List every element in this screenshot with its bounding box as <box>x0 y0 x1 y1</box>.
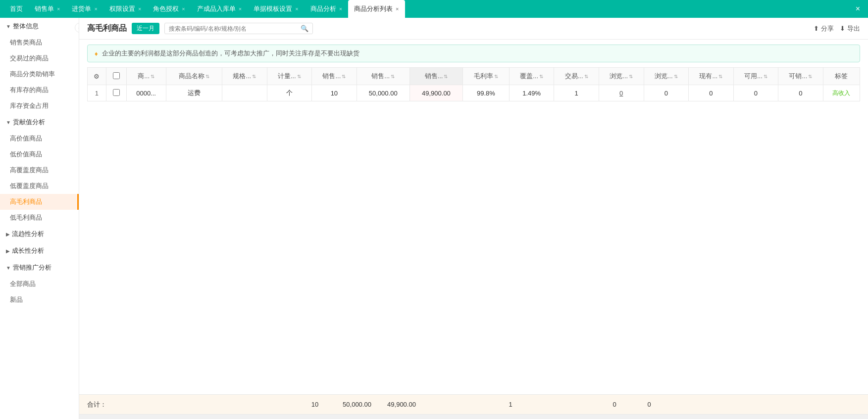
sidebar-item-high-coverage[interactable]: 高覆盖度商品 <box>0 162 79 178</box>
cell-browse2: 0 <box>644 85 689 101</box>
sidebar-section-marketing[interactable]: ▼ 营销推广分析 <box>0 259 79 276</box>
close-icon[interactable]: × <box>339 6 342 12</box>
row-checkbox[interactable] <box>113 89 120 96</box>
close-icon[interactable]: × <box>57 6 60 12</box>
col-tag: 标签 <box>823 68 860 85</box>
footer-stock1: 0 <box>597 399 632 410</box>
col-name[interactable]: 商品名称⇅ <box>166 68 222 85</box>
cell-name: 运费 <box>166 85 222 101</box>
footer-sales1: 10 <box>295 399 335 410</box>
cell-spec <box>222 85 267 101</box>
nav-template-settings[interactable]: 单据模板设置 × <box>248 0 304 18</box>
sidebar-section-growth[interactable]: ▶ 成长性分析 <box>0 242 79 259</box>
product-table: ⚙ 商...⇅ 商品名称⇅ 规格...⇅ 计量...⇅ 销售...⇅ 销售...… <box>87 67 860 101</box>
nav-home[interactable]: 首页 <box>4 0 29 18</box>
sidebar-item-stock-capital[interactable]: 库存资金占用 <box>0 98 79 114</box>
sidebar-item-traded-products[interactable]: 交易过的商品 <box>0 50 79 66</box>
col-trade[interactable]: 交易...⇅ <box>554 68 599 85</box>
sort-icon: ⇅ <box>539 74 543 79</box>
sort-icon: ⇅ <box>297 74 301 79</box>
nav-product-inbound[interactable]: 产成品入库单 × <box>191 0 248 18</box>
sidebar-item-new-products[interactable]: 新品 <box>0 292 79 308</box>
table-footer: 合计： 10 50,000.00 49,900.00 1 0 0 <box>79 394 868 414</box>
search-box[interactable]: 🔍 <box>164 23 313 34</box>
col-sales1[interactable]: 销售...⇅ <box>312 68 357 85</box>
table-row[interactable]: 1 0000... 运费 个 10 50,000.00 49,900.00 99… <box>88 85 860 101</box>
cell-num: 1 <box>88 85 106 101</box>
horizontal-scrollbar[interactable] <box>79 414 868 419</box>
time-filter-button[interactable]: 近一月 <box>132 23 159 34</box>
col-browse2[interactable]: 浏览...⇅ <box>644 68 689 85</box>
search-input[interactable] <box>169 25 301 32</box>
sidebar-item-all-products[interactable]: 全部商品 <box>0 276 79 292</box>
col-code[interactable]: 商...⇅ <box>126 68 166 85</box>
cell-stock2: 0 <box>733 85 778 101</box>
sidebar-item-low-value[interactable]: 低价值商品 <box>0 146 79 162</box>
cell-browse1[interactable]: 0 <box>599 85 644 101</box>
footer-sales2: 50,000.00 <box>335 399 379 410</box>
footer-trade: 1 <box>493 399 528 410</box>
col-sales3[interactable]: 销售...⇅ <box>409 68 462 85</box>
collapse-arrow-icon: ▼ <box>6 24 11 29</box>
sort-icon: ⇅ <box>342 74 346 79</box>
share-button[interactable]: ⬆ 分享 <box>814 24 834 33</box>
sidebar-item-low-margin[interactable]: 低毛利商品 <box>0 210 79 226</box>
sidebar-section-contribution[interactable]: ▼ 贡献值分析 <box>0 114 79 131</box>
close-icon[interactable]: × <box>182 6 185 12</box>
sidebar-section-overview[interactable]: ▼ 整体信息 <box>0 18 79 35</box>
export-icon: ⬇ <box>840 25 845 32</box>
col-coverage[interactable]: 覆盖...⇅ <box>509 68 554 85</box>
cell-stock3: 0 <box>778 85 823 101</box>
sidebar: « ▼ 整体信息 销售类商品 交易过的商品 商品分类助销率 有库存的商品 库存资… <box>0 18 79 419</box>
close-icon[interactable]: × <box>138 6 141 12</box>
col-settings[interactable]: ⚙ <box>88 68 106 85</box>
col-sales2[interactable]: 销售...⇅ <box>357 68 409 85</box>
nav-sales-order[interactable]: 销售单 × <box>29 0 66 18</box>
sidebar-item-category-assist-rate[interactable]: 商品分类助销率 <box>0 66 79 82</box>
sidebar-item-in-stock-products[interactable]: 有库存的商品 <box>0 82 79 98</box>
nav-permission-settings[interactable]: 权限设置 × <box>103 0 147 18</box>
nav-purchase-order[interactable]: 进货单 × <box>66 0 103 18</box>
col-unit[interactable]: 计量...⇅ <box>267 68 312 85</box>
nav-product-analysis-list[interactable]: 商品分析列表 × <box>348 0 405 18</box>
cell-unit: 个 <box>267 85 312 101</box>
search-icon[interactable]: 🔍 <box>301 25 308 32</box>
close-icon[interactable]: × <box>94 6 97 12</box>
sort-icon: ⇅ <box>494 74 498 79</box>
info-icon: ♦ <box>95 50 98 57</box>
col-stock3[interactable]: 可销...⇅ <box>778 68 823 85</box>
nav-product-analysis[interactable]: 商品分析 × <box>305 0 348 18</box>
select-all-checkbox[interactable] <box>113 72 120 79</box>
sort-icon: ⇅ <box>151 74 154 79</box>
col-browse1[interactable]: 浏览...⇅ <box>599 68 644 85</box>
col-gross-rate[interactable]: 毛利率⇅ <box>463 68 510 85</box>
collapse-arrow-icon: ▼ <box>6 120 11 125</box>
col-checkbox[interactable] <box>106 68 126 85</box>
sidebar-item-high-value[interactable]: 高价值商品 <box>0 131 79 146</box>
close-icon[interactable]: × <box>239 6 242 12</box>
cell-checkbox[interactable] <box>106 85 126 101</box>
info-banner: ♦ 企业的主要的利润都是这部分商品创造的，可考虑加大推广，同时关注库存是不要出现… <box>87 45 860 62</box>
close-all-tabs[interactable]: × <box>852 4 864 13</box>
col-stock2[interactable]: 可用...⇅ <box>733 68 778 85</box>
close-icon[interactable]: × <box>295 6 298 12</box>
cell-sales1: 10 <box>312 85 357 101</box>
top-navigation: 首页 销售单 × 进货单 × 权限设置 × 角色授权 × 产成品入库单 × 单据… <box>0 0 868 18</box>
sort-icon: ⇅ <box>808 74 812 79</box>
sort-icon: ⇅ <box>674 74 678 79</box>
sidebar-item-low-coverage[interactable]: 低覆盖度商品 <box>0 178 79 194</box>
sidebar-item-high-margin[interactable]: 高毛利商品 <box>0 194 79 210</box>
nav-role-auth[interactable]: 角色授权 × <box>147 0 191 18</box>
footer-label: 合计： <box>87 400 117 409</box>
banner-text: 企业的主要的利润都是这部分商品创造的，可考虑加大推广，同时关注库存是不要出现缺货 <box>102 49 359 58</box>
sidebar-item-sales-products[interactable]: 销售类商品 <box>0 35 79 50</box>
sort-icon: ⇅ <box>252 74 256 79</box>
col-stock1[interactable]: 现有...⇅ <box>689 68 734 85</box>
col-spec[interactable]: 规格...⇅ <box>222 68 267 85</box>
sidebar-section-trend[interactable]: ▶ 流趋性分析 <box>0 226 79 242</box>
export-button[interactable]: ⬇ 导出 <box>840 24 860 33</box>
cell-sales3: 49,900.00 <box>409 85 462 101</box>
sort-icon: ⇅ <box>584 74 588 79</box>
cell-sales2: 50,000.00 <box>357 85 409 101</box>
close-icon[interactable]: × <box>396 6 399 12</box>
